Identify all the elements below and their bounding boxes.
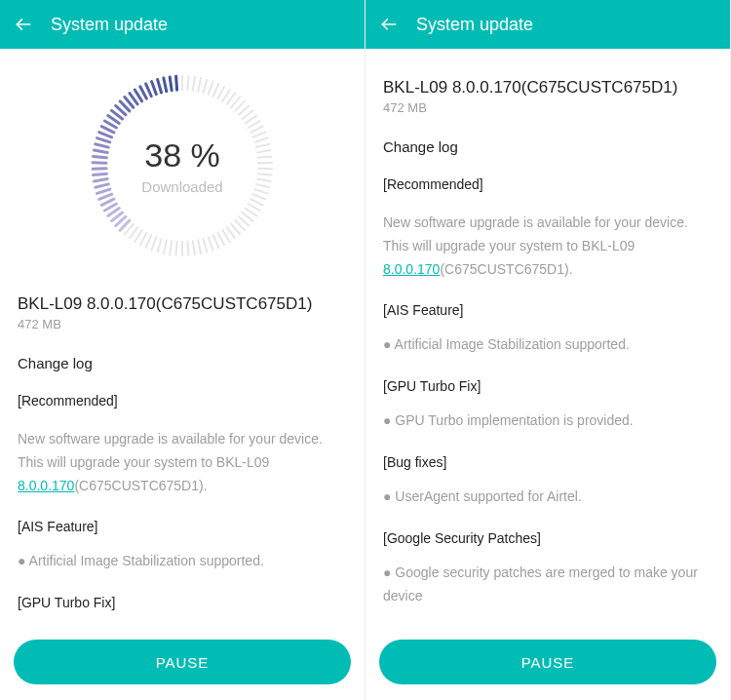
ais-heading: [AIS Feature]: [383, 302, 712, 318]
app-header: System update: [0, 0, 365, 49]
changelog-intro: New software upgrade is available for yo…: [18, 428, 347, 497]
progress-percent: 38 %: [144, 136, 220, 175]
gpu-heading: [GPU Turbo Fix]: [383, 378, 712, 394]
changelog-intro: New software upgrade is available for yo…: [383, 212, 712, 281]
version-link[interactable]: 8.0.0.170: [18, 478, 74, 493]
gpu-bullet: ● GPU Turbo implementation is provided.: [383, 409, 712, 433]
version-name: BKL-L09 8.0.0.170(C675CUSTC675D1): [18, 294, 347, 314]
sec-heading: [Google Security Patches]: [383, 530, 712, 546]
back-arrow-icon[interactable]: [14, 15, 33, 34]
pause-button[interactable]: PAUSE: [14, 640, 351, 684]
page-title: System update: [416, 15, 533, 35]
pause-button[interactable]: PAUSE: [379, 640, 716, 684]
bug-heading: [Bug fixes]: [383, 454, 712, 470]
bottom-bar: PAUSE: [0, 628, 365, 700]
sec-bullet: ● Google security patches are merged to …: [383, 562, 712, 608]
app-header: System update: [366, 0, 730, 49]
ais-bullet: ● Artificial Image Stabilization support…: [383, 333, 712, 357]
recommended-heading: [Recommended]: [383, 176, 712, 192]
changelog-heading: Change log: [383, 138, 712, 155]
bug-bullet: ● UserAgent supported for Airtel.: [383, 486, 712, 509]
progress-status: Downloaded: [141, 178, 222, 195]
page-title: System update: [51, 15, 168, 35]
recommended-heading: [Recommended]: [18, 393, 347, 408]
version-link[interactable]: 8.0.0.170: [383, 261, 440, 277]
version-name: BKL-L09 8.0.0.170(C675CUSTC675D1): [383, 78, 712, 97]
bottom-bar: PAUSE: [366, 628, 730, 700]
ais-heading: [AIS Feature]: [18, 519, 347, 534]
gpu-heading: [GPU Turbo Fix]: [18, 595, 347, 610]
back-arrow-icon[interactable]: [379, 15, 399, 34]
version-size: 472 MB: [18, 317, 347, 331]
version-size: 472 MB: [383, 100, 712, 115]
panel-download: System update 38 % Downloaded BKL-L09 8.…: [0, 0, 366, 700]
ais-bullet: ● Artificial Image Stabilization support…: [18, 550, 347, 573]
content-scroll[interactable]: BKL-L09 8.0.0.170(C675CUSTC675D1) 472 MB…: [366, 49, 730, 700]
download-progress-gauge: 38 % Downloaded: [85, 68, 280, 263]
panel-changelog: System update BKL-L09 8.0.0.170(C675CUST…: [366, 0, 731, 700]
changelog-heading: Change log: [18, 355, 347, 371]
content-scroll[interactable]: 38 % Downloaded BKL-L09 8.0.0.170(C675CU…: [0, 49, 365, 700]
